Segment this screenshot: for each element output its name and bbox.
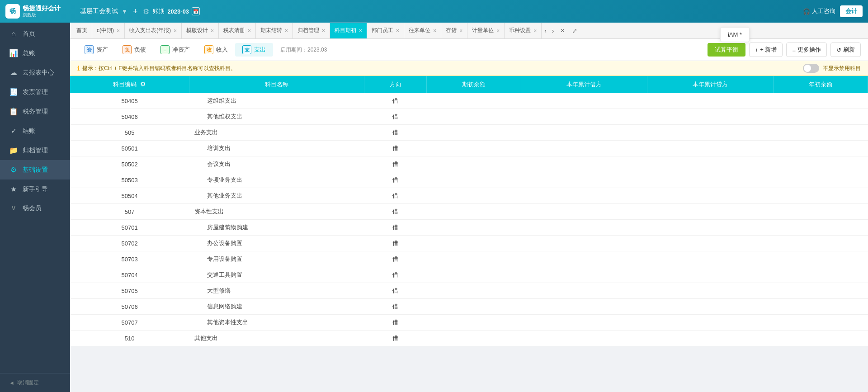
cell-code: 50405	[70, 93, 189, 109]
tab-home[interactable]: 首页	[72, 23, 92, 38]
cell-credit	[647, 331, 774, 346]
col-header-year-balance: 年初余额	[774, 76, 868, 93]
subtab-net[interactable]: ≡ 净资产	[153, 43, 197, 57]
tab-subject-initial[interactable]: 科目期初 ×	[330, 23, 367, 38]
sidebar-item-archive[interactable]: 📁 归档管理	[0, 141, 70, 160]
main-container: ⌂ 首页 📊 总账 ☁ 云报表中心 🧾 发票管理 📋 税务管理 ✓ 结账 📁 归…	[0, 23, 868, 392]
table-row[interactable]: 50701房屋建筑物购建借	[70, 220, 868, 236]
sidebar: ⌂ 首页 📊 总账 ☁ 云报表中心 🧾 发票管理 📋 税务管理 ✓ 结账 📁 归…	[0, 23, 70, 392]
cell-debit	[521, 172, 647, 188]
tab-close-unit[interactable]: ×	[496, 28, 500, 34]
sidebar-item-settings[interactable]: ⚙ 基础设置	[0, 160, 70, 179]
calendar-icon[interactable]: 📅	[192, 7, 200, 15]
notice-bar: ℹ 提示：按Ctrl + F键并输入科目编码或者科目名称可以查找科目。 不显示禁…	[70, 61, 868, 76]
tab-close-subject-initial[interactable]: ×	[359, 28, 362, 34]
tab-close-template[interactable]: ×	[211, 28, 214, 34]
tab-prev-btn[interactable]: ‹	[542, 23, 549, 38]
cell-debit	[521, 267, 647, 283]
account-btn[interactable]: 会计	[840, 5, 863, 17]
help-btn[interactable]: 🎧 人工咨询	[803, 7, 835, 15]
subtab-asset[interactable]: 资 资产	[77, 43, 115, 57]
table-row[interactable]: 510其他支出借	[70, 331, 868, 346]
tab-period-end[interactable]: 期末结转 ×	[256, 23, 293, 38]
tab-close-counterpart[interactable]: ×	[433, 28, 436, 34]
sidebar-item-member[interactable]: V 畅会员	[0, 199, 70, 218]
tab-close-dept-staff[interactable]: ×	[396, 28, 399, 34]
subjects-table: 科目编码 ⚙ 科目名称 方向 期初余额 本年累计借方 本年累计贷方 年初余额 5…	[70, 76, 868, 346]
tab-dept-staff[interactable]: 部门员工 ×	[367, 23, 404, 38]
tab-close-tax-list[interactable]: ×	[248, 28, 251, 34]
table-row[interactable]: 505业务支出借	[70, 125, 868, 141]
cell-name: 房屋建筑物购建	[189, 220, 364, 236]
tab-inventory[interactable]: 存货 ×	[441, 23, 467, 38]
tab-close-period-end[interactable]: ×	[285, 28, 288, 34]
content-area: 首页 c(中期) × 收入支出表(年报) × 模版设计 × 税表清册 × 期末结…	[70, 23, 868, 392]
table-row[interactable]: 50405运维维支出借	[70, 93, 868, 109]
cell-code: 505	[70, 125, 189, 141]
table-row[interactable]: 50502会议支出借	[70, 156, 868, 172]
sidebar-item-ledger[interactable]: 📊 总账	[0, 43, 70, 63]
tab-income-report[interactable]: 收入支出表(年报) ×	[125, 23, 182, 38]
cell-debit	[521, 93, 647, 109]
column-settings-icon[interactable]: ⚙	[140, 80, 146, 88]
table-row[interactable]: 50706信息网络购建借	[70, 299, 868, 315]
sidebar-item-close[interactable]: ✓ 结账	[0, 121, 70, 141]
table-row[interactable]: 50703专用设备购置借	[70, 251, 868, 267]
add-company-btn[interactable]: +	[131, 7, 140, 16]
headset-icon: 🎧	[803, 8, 810, 15]
tab-mid-period[interactable]: c(中期) ×	[92, 23, 125, 38]
notice-right: 不显示禁用科目	[803, 64, 861, 73]
subtab-expense[interactable]: 支 支出	[235, 43, 273, 57]
tab-close-inventory[interactable]: ×	[459, 28, 462, 34]
tab-expand-btn[interactable]: ⤢	[568, 23, 581, 38]
dropdown-icon[interactable]: ▼	[122, 8, 127, 15]
tab-close-all-btn[interactable]: ×	[557, 23, 568, 38]
table-row[interactable]: 50707其他资本性支出借	[70, 315, 868, 331]
table-row[interactable]: 50704交通工具购置借	[70, 267, 868, 283]
sidebar-item-home[interactable]: ⌂ 首页	[0, 24, 70, 43]
table-container[interactable]: 科目编码 ⚙ 科目名称 方向 期初余额 本年累计借方 本年累计贷方 年初余额 5…	[70, 76, 868, 392]
table-row[interactable]: 50705大型修缮借	[70, 283, 868, 299]
tab-close-currency[interactable]: ×	[533, 28, 537, 34]
table-row[interactable]: 50702办公设备购置借	[70, 236, 868, 251]
sidebar-item-tax[interactable]: 📋 税务管理	[0, 102, 70, 121]
table-row[interactable]: 50503专项业务支出借	[70, 172, 868, 188]
tab-currency[interactable]: 币种设置 ×	[505, 23, 542, 38]
expense-icon: 支	[242, 45, 251, 54]
tab-close-mid-period[interactable]: ×	[117, 28, 120, 34]
sidebar-item-guide[interactable]: ★ 新手引导	[0, 179, 70, 199]
cell-balance	[427, 172, 521, 188]
info-icon: ℹ	[77, 65, 80, 72]
sidebar-item-reports[interactable]: ☁ 云报表中心	[0, 63, 70, 82]
cell-credit	[647, 267, 774, 283]
cell-direction: 借	[364, 93, 427, 109]
disabled-toggle[interactable]	[803, 64, 819, 73]
table-row[interactable]: 507资本性支出借	[70, 204, 868, 220]
tab-close-archive[interactable]: ×	[322, 28, 325, 34]
tab-close-income-report[interactable]: ×	[174, 28, 177, 34]
tab-archive[interactable]: 归档管理 ×	[293, 23, 330, 38]
table-row[interactable]: 50501培训支出借	[70, 141, 868, 156]
subtab-income[interactable]: 收 收入	[197, 43, 235, 57]
table-row[interactable]: 50406其他维权支出借	[70, 109, 868, 125]
cell-debit	[521, 315, 647, 331]
period-label: 账期 2023-03 📅	[153, 7, 200, 15]
tab-next-btn[interactable]: ›	[549, 23, 557, 38]
tab-counterpart[interactable]: 往来单位 ×	[404, 23, 441, 38]
company-name[interactable]: 基层工会测试	[80, 7, 118, 15]
cell-debit	[521, 204, 647, 220]
tab-tax-list[interactable]: 税表清册 ×	[219, 23, 256, 38]
tab-unit[interactable]: 计量单位 ×	[467, 23, 505, 38]
logo-text: 畅捷通好会计 旗舰版	[23, 5, 61, 19]
cell-debit	[521, 283, 647, 299]
add-btn[interactable]: + + 新增	[749, 43, 783, 57]
more-btn[interactable]: ≡ 更多操作	[786, 43, 827, 57]
refresh-btn[interactable]: ↺ 刷新	[830, 43, 861, 57]
subtab-debt[interactable]: 负 负债	[115, 43, 153, 57]
balance-btn[interactable]: 试算平衡	[708, 43, 745, 57]
collapse-sidebar-btn[interactable]: ◄ 取消固定	[0, 373, 70, 392]
table-row[interactable]: 50504其他业务支出借	[70, 188, 868, 204]
sidebar-item-invoice[interactable]: 🧾 发票管理	[0, 82, 70, 102]
tab-template[interactable]: 模版设计 ×	[182, 23, 219, 38]
settings-icon[interactable]: ⚙	[143, 7, 149, 16]
